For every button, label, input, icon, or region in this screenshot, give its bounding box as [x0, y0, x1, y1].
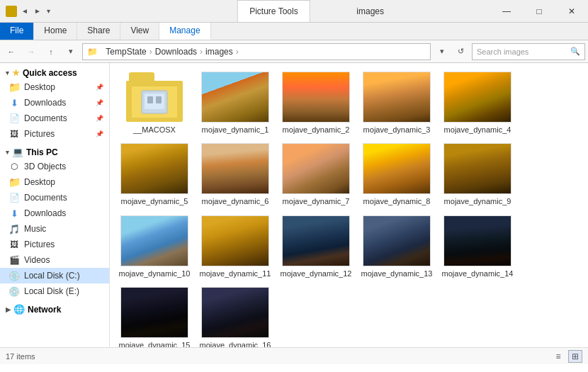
file-item-img14[interactable]: mojave_dynamic_14: [439, 213, 516, 281]
sidebar-item-3d-objects[interactable]: ⬡ 3D Objects: [0, 159, 109, 174]
file-name: mojave_dynamic_10: [119, 269, 191, 278]
macosx-folder-icon: [140, 89, 169, 115]
svg-rect-3: [156, 96, 162, 103]
image-thumbnail: [201, 215, 269, 266]
file-item-img3[interactable]: mojave_dynamic_3: [358, 69, 436, 137]
status-bar: 17 items ≡ ⊞: [0, 347, 588, 364]
chevron-icon: ▶: [6, 306, 11, 313]
sidebar-item-local-disk-c[interactable]: 💿 Local Disk (C:): [0, 268, 109, 283]
title-bar: ◄ ► ▾ Picture Tools images — □ ✕: [0, 0, 588, 23]
breadcrumb-icon: 📁: [87, 47, 98, 57]
sidebar-item-videos[interactable]: 🎬 Videos: [0, 252, 109, 268]
tab-view[interactable]: View: [120, 23, 159, 40]
maximize-button[interactable]: □: [523, 0, 555, 23]
close-button[interactable]: ✕: [555, 0, 588, 23]
documents-icon: 📄: [9, 192, 20, 203]
picture-tools-tab: Picture Tools: [237, 0, 310, 22]
file-item-macosx[interactable]: __MACOSX: [115, 69, 193, 137]
image-thumbnail: [282, 143, 350, 194]
file-item-img16[interactable]: mojave_dynamic_16: [196, 284, 274, 347]
tab-manage[interactable]: Manage: [159, 23, 210, 40]
tab-home[interactable]: Home: [34, 23, 77, 40]
sidebar-item-label: Downloads: [24, 208, 103, 218]
sidebar-item-local-disk-e[interactable]: 💿 Local Disk (E:): [0, 283, 109, 299]
image-thumbnail: [282, 72, 350, 123]
sidebar-section-this-pc[interactable]: ▾ 💻 This PC: [0, 145, 109, 159]
file-item-img12[interactable]: mojave_dynamic_12: [277, 213, 355, 281]
download-icon: ⬇: [9, 208, 20, 219]
image-thumbnail: [443, 72, 511, 123]
file-name: mojave_dynamic_16: [200, 340, 271, 347]
pictures-icon: 🖼: [9, 128, 20, 140]
file-item-img9[interactable]: mojave_dynamic_9: [439, 140, 516, 209]
folder-icon: 📁: [9, 81, 20, 93]
forward-button[interactable]: →: [23, 43, 40, 60]
sidebar-item-pictures-qa[interactable]: 🖼 Pictures 📌: [0, 126, 109, 142]
file-item-img6[interactable]: mojave_dynamic_6: [196, 140, 274, 209]
up-button[interactable]: ↑: [43, 43, 60, 60]
sidebar-section-quick-access[interactable]: ▾ ★ Quick access: [0, 66, 109, 79]
file-item-img5[interactable]: mojave_dynamic_5: [115, 140, 193, 209]
search-box[interactable]: Search images 🔍: [472, 43, 585, 60]
folder-tab: [129, 72, 154, 81]
download-icon: ⬇: [9, 97, 20, 108]
quick-access-icon: ★: [12, 68, 20, 78]
sidebar-item-label: Videos: [24, 255, 103, 265]
title-center: Picture Tools images: [57, 0, 490, 22]
sidebar-item-downloads-qa[interactable]: ⬇ Downloads 📌: [0, 95, 109, 111]
breadcrumb-tempstate[interactable]: TempState: [106, 47, 146, 57]
sidebar-item-documents-pc[interactable]: 📄 Documents: [0, 190, 109, 205]
file-item-img11[interactable]: mojave_dynamic_11: [196, 213, 274, 281]
image-thumbnail: [363, 72, 431, 123]
pin-icon: 📌: [96, 130, 103, 137]
tab-file[interactable]: File: [0, 23, 34, 40]
breadcrumb[interactable]: 📁 TempState › Downloads › images ›: [82, 43, 431, 60]
this-pc-label: This PC: [26, 147, 58, 157]
svg-rect-2: [147, 96, 153, 103]
image-thumbnail: [363, 143, 431, 194]
dropdown-button[interactable]: ▾: [434, 43, 451, 60]
recent-button[interactable]: ▾: [62, 43, 79, 60]
sidebar-item-label: Local Disk (C:): [24, 271, 103, 281]
minimize-button[interactable]: —: [490, 0, 523, 23]
breadcrumb-images[interactable]: images: [205, 47, 233, 57]
list-view-button[interactable]: ≡: [551, 350, 565, 363]
chevron-icon: ▾: [6, 149, 9, 156]
quick-access-down[interactable]: ▾: [45, 6, 52, 16]
sidebar-section-network[interactable]: ▶ 🌐 Network: [0, 302, 109, 316]
file-grid: __MACOSX mojave_dynamic_1 mojave_dynamic…: [115, 69, 582, 347]
file-item-img1[interactable]: mojave_dynamic_1: [196, 69, 274, 137]
sidebar-item-desktop-pc[interactable]: 📁 Desktop: [0, 174, 109, 190]
sidebar-item-desktop-qa[interactable]: 📁 Desktop 📌: [0, 79, 109, 95]
pictures-icon: 🖼: [9, 239, 20, 250]
refresh-button[interactable]: ↺: [452, 43, 469, 60]
image-thumbnail: [201, 287, 269, 338]
sidebar-item-downloads-pc[interactable]: ⬇ Downloads: [0, 205, 109, 221]
pin-icon: 📌: [96, 115, 103, 122]
pin-icon: 📌: [96, 84, 103, 91]
quick-access-back[interactable]: ◄: [20, 6, 30, 16]
folder-thumbnail: [120, 72, 188, 123]
drive-icon: 💿: [9, 270, 20, 281]
file-name: mojave_dynamic_14: [442, 269, 514, 278]
file-item-img13[interactable]: mojave_dynamic_13: [358, 213, 436, 281]
sidebar-item-pictures-pc[interactable]: 🖼 Pictures: [0, 237, 109, 252]
grid-view-button[interactable]: ⊞: [568, 350, 582, 363]
sidebar-item-music[interactable]: 🎵 Music: [0, 221, 109, 237]
title-bar-left: ◄ ► ▾: [0, 0, 57, 22]
back-button[interactable]: ←: [3, 43, 20, 60]
ribbon-tabs: File Home Share View Manage: [0, 23, 588, 40]
sidebar-item-label: Documents: [24, 193, 103, 203]
file-item-img10[interactable]: mojave_dynamic_10: [115, 213, 193, 281]
sidebar-item-documents-qa[interactable]: 📄 Documents 📌: [0, 111, 109, 126]
quick-access-forward[interactable]: ►: [33, 6, 43, 16]
tab-share[interactable]: Share: [77, 23, 120, 40]
file-item-img7[interactable]: mojave_dynamic_7: [277, 140, 355, 209]
file-item-img4[interactable]: mojave_dynamic_4: [439, 69, 516, 137]
breadcrumb-downloads[interactable]: Downloads: [155, 47, 197, 57]
file-item-img15[interactable]: mojave_dynamic_15: [115, 284, 193, 347]
file-item-img8[interactable]: mojave_dynamic_8: [358, 140, 436, 209]
file-item-img2[interactable]: mojave_dynamic_2: [277, 69, 355, 137]
sidebar-item-label: Music: [24, 224, 103, 234]
file-grid-scroll[interactable]: __MACOSX mojave_dynamic_1 mojave_dynamic…: [110, 63, 588, 347]
